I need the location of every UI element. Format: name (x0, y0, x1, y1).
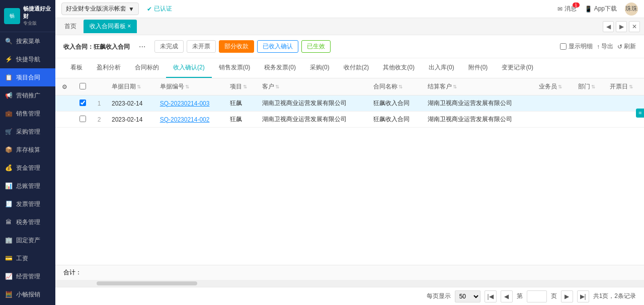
status-btn-4[interactable]: 已生效 (301, 40, 331, 53)
row-department-0 (573, 95, 605, 112)
status-btn-0[interactable]: 未完成 (154, 40, 184, 53)
sidebar-icon-8: 📊 (4, 181, 13, 190)
message-button[interactable]: ✉ 消息 1 (557, 5, 577, 13)
row-department-1 (573, 112, 605, 128)
app-logo: 畅 畅捷通好业财 专业版 (0, 0, 55, 32)
sidebar-item-12[interactable]: 💳工资 (0, 249, 55, 267)
sub-tab-10[interactable]: 附件(0) (461, 58, 495, 78)
sidebar-item-1[interactable]: ⚡快捷导航 (0, 50, 55, 68)
doc-no-column-header[interactable]: 单据编号⇅ (155, 78, 225, 95)
table-footer: 合计： (55, 265, 644, 280)
table-row[interactable]: 2 2023-02-14 SQ-20230214-002 狂飙 湖南卫视商业运营… (55, 112, 644, 128)
sub-tab-6[interactable]: 采购(0) (303, 58, 337, 78)
invoice-date-column-header[interactable]: 开票日⇅ (605, 78, 644, 95)
row-project-1: 狂飙 (225, 112, 257, 128)
customer-column-header[interactable]: 客户⇅ (257, 78, 368, 95)
status-btn-1[interactable]: 未开票 (187, 40, 216, 53)
sidebar-item-0[interactable]: 🔍搜索菜单 (0, 32, 55, 50)
sub-tab-7[interactable]: 收付款(2) (337, 58, 376, 78)
horizontal-scrollbar[interactable] (55, 280, 644, 287)
sort-icon: ⇅ (398, 84, 403, 89)
sidebar-icon-1: ⚡ (4, 55, 13, 64)
row-num-0: 1 (92, 95, 107, 112)
sidebar-item-4[interactable]: 💼销售管理 (0, 105, 55, 123)
sidebar-nav: 🔍搜索菜单⚡快捷导航📋项目合同📢营销推广💼销售管理🛒采购管理📦库存核算💰资金管理… (0, 32, 55, 305)
row-settings-0[interactable] (55, 95, 73, 112)
sidebar-item-3[interactable]: 📢营销推广 (0, 86, 55, 105)
tab-prev-button[interactable]: ◀ (603, 21, 614, 32)
sidebar: 畅 畅捷通好业财 专业版 🔍搜索菜单⚡快捷导航📋项目合同📢营销推广💼销售管理🛒采… (0, 0, 55, 305)
content-panel: 收入合同：狂飙收入合同 ··· 未完成未开票部分收款已收入确认已生效 显示明细 … (55, 35, 644, 305)
status-btn-3[interactable]: 已收入确认 (257, 40, 298, 53)
page-last-button[interactable]: ▶| (577, 290, 589, 302)
sidebar-item-13[interactable]: 📈经营管理 (0, 267, 55, 285)
settings-column-header[interactable]: ⚙ (55, 78, 73, 95)
sub-tab-8[interactable]: 其他收支(0) (376, 58, 422, 78)
department-column-header[interactable]: 部门⇅ (573, 78, 605, 95)
export-button[interactable]: ↑ 导出 (597, 42, 613, 51)
checkbox-column-header[interactable] (73, 78, 92, 95)
page-prev-button[interactable]: ◀ (501, 290, 513, 302)
date-column-header[interactable]: 单据日期⇅ (107, 78, 155, 95)
page-number-input[interactable]: 1 (527, 290, 547, 302)
refresh-button[interactable]: ↺ 刷新 (617, 42, 636, 51)
sidebar-item-7[interactable]: 💰资金管理 (0, 159, 55, 177)
scrollbar-thumb[interactable] (97, 281, 197, 285)
status-btn-2[interactable]: 部分收款 (219, 40, 254, 53)
sidebar-item-9[interactable]: 🧾发票管理 (0, 195, 55, 213)
row-doc-no-1[interactable]: SQ-20230214-002 (155, 112, 225, 128)
sub-tab-11[interactable]: 变更记录(0) (495, 58, 540, 78)
sidebar-item-14[interactable]: 🧮小畅报销 (0, 285, 55, 303)
more-button[interactable]: ··· (136, 42, 148, 51)
sub-tab-5[interactable]: 税务发票(0) (257, 58, 303, 78)
page-title: 收入合同：狂飙收入合同 (63, 42, 130, 51)
sidebar-item-2[interactable]: 📋项目合同 (0, 68, 55, 86)
page-size-select[interactable]: 50 100 200 (455, 290, 480, 302)
row-num-column-header (92, 78, 107, 95)
sidebar-icon-6: 📦 (4, 145, 13, 154)
user-avatar[interactable]: 珠珠 (625, 3, 638, 16)
page-next-button[interactable]: ▶ (561, 290, 573, 302)
settlement-customer-column-header[interactable]: 结算客户⇅ (423, 78, 534, 95)
tab-close-button[interactable]: ✕ (629, 21, 640, 32)
active-tab[interactable]: 收入合同看板 × (84, 20, 137, 33)
row-settings-1[interactable] (55, 112, 73, 128)
row-contract-name-0: 狂飙收入合同 (368, 95, 423, 112)
sidebar-item-6[interactable]: 📦库存核算 (0, 141, 55, 159)
sidebar-icon-2: 📋 (4, 73, 13, 82)
salesperson-column-header[interactable]: 业务员⇅ (534, 78, 573, 95)
app-download-button[interactable]: 📱 App下载 (585, 5, 617, 13)
main-content: 好业财专业版演示帐套 ▼ ✔ 已认证 ✉ 消息 1 📱 App下载 珠珠 (55, 0, 644, 305)
show-detail-toggle[interactable]: 显示明细 (560, 42, 593, 51)
sub-tab-3[interactable]: 收入确认(2) (166, 58, 212, 78)
sort-icon: ⇅ (275, 84, 279, 89)
row-doc-no-0[interactable]: SQ-20230214-003 (155, 95, 225, 112)
float-side-button[interactable]: ≡ (636, 109, 644, 118)
sidebar-item-5[interactable]: 🛒采购管理 (0, 123, 55, 141)
sub-tab-2[interactable]: 合同标的 (128, 58, 166, 78)
tab-next-button[interactable]: ▶ (616, 21, 627, 32)
table-row[interactable]: 1 2023-02-14 SQ-20230214-003 狂飙 湖南卫视商业运营… (55, 95, 644, 112)
table-body: 1 2023-02-14 SQ-20230214-003 狂飙 湖南卫视商业运营… (55, 95, 644, 128)
sort-icon: ⇅ (558, 84, 562, 89)
refresh-icon: ↺ (617, 43, 622, 50)
sub-tab-9[interactable]: 出入库(0) (422, 58, 461, 78)
sidebar-item-11[interactable]: 🏢固定资产 (0, 231, 55, 249)
home-tab[interactable]: 首页 (59, 19, 82, 34)
row-salesperson-0 (534, 95, 573, 112)
row-checkbox-cell-1[interactable] (73, 112, 92, 128)
contract-name-column-header[interactable]: 合同名称⇅ (368, 78, 423, 95)
table-area: ⚙ 单据日期⇅ 单据编号⇅ 项目⇅ 客户⇅ (55, 78, 644, 265)
sidebar-item-8[interactable]: 📊总账管理 (0, 177, 55, 195)
sub-tab-0[interactable]: 看板 (63, 58, 90, 78)
logo-text: 畅捷通好业财 专业版 (23, 5, 51, 27)
project-column-header[interactable]: 项目⇅ (225, 78, 257, 95)
avatar: 珠珠 (625, 3, 638, 16)
company-selector[interactable]: 好业财专业版演示帐套 ▼ (61, 3, 139, 15)
sidebar-item-10[interactable]: 🏛税务管理 (0, 213, 55, 231)
sub-tab-1[interactable]: 盈利分析 (90, 58, 128, 78)
page-first-button[interactable]: |◀ (485, 290, 497, 302)
sub-tab-4[interactable]: 销售发票(0) (212, 58, 258, 78)
sort-icon: ⇅ (629, 84, 633, 89)
row-checkbox-cell-0[interactable] (73, 95, 92, 112)
